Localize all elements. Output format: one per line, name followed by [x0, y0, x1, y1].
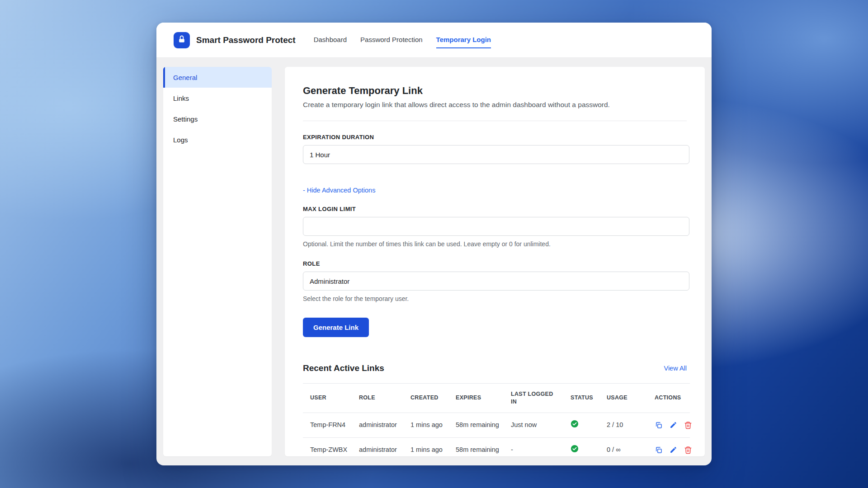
page-title: Generate Temporary Link [303, 85, 687, 97]
col-usage: Usage [601, 384, 649, 413]
cell-created: 1 mins ago [405, 413, 450, 437]
cell-status [565, 413, 601, 437]
max-login-limit-field: Max Login Limit Optional. Limit the numb… [303, 206, 687, 248]
cell-expires: 58m remaining [450, 413, 505, 437]
expiration-duration-field: Expiration Duration 1 Hour [303, 134, 687, 164]
table-header-row: User Role Created Expires Last Logged In… [303, 384, 690, 413]
col-status: Status [565, 384, 601, 413]
cell-user: Temp-ZWBX [303, 437, 354, 456]
tab-dashboard[interactable]: Dashboard [314, 32, 347, 48]
col-role: Role [354, 384, 405, 413]
sidebar-item-label: Links [173, 94, 189, 102]
copy-icon[interactable] [655, 421, 663, 429]
sidebar-item-general[interactable]: General [163, 67, 272, 88]
recent-links-table: User Role Created Expires Last Logged In… [303, 383, 690, 456]
cell-user: Temp-FRN4 [303, 413, 354, 437]
cell-expires: 58m remaining [450, 437, 505, 456]
main-panel: Generate Temporary Link Create a tempora… [285, 67, 705, 456]
cell-usage: 0 / ∞ [601, 437, 649, 456]
cell-last-logged-in: - [505, 437, 565, 456]
divider [303, 121, 687, 121]
copy-icon[interactable] [655, 446, 663, 454]
delete-icon[interactable] [684, 446, 692, 454]
col-user: User [303, 384, 354, 413]
sidebar: General Links Settings Logs [163, 67, 272, 456]
role-help: Select the role for the temporary user. [303, 295, 687, 302]
page-subtitle: Create a temporary login link that allow… [303, 101, 687, 109]
col-last-logged-in: Last Logged In [505, 384, 565, 413]
max-login-limit-help: Optional. Limit the number of times this… [303, 240, 687, 248]
edit-icon[interactable] [670, 446, 677, 454]
expiration-duration-value: 1 Hour [310, 151, 330, 159]
col-created: Created [405, 384, 450, 413]
table-row: Temp-FRN4 administrator 1 mins ago 58m r… [303, 413, 690, 437]
generate-link-button[interactable]: Generate Link [303, 318, 369, 337]
sidebar-item-label: General [173, 74, 197, 81]
tab-temporary-login[interactable]: Temporary Login [436, 32, 491, 48]
role-select[interactable]: Administrator [303, 272, 689, 291]
tab-password-protection[interactable]: Password Protection [360, 32, 423, 48]
role-label: Role [303, 260, 687, 267]
sidebar-item-label: Logs [173, 136, 188, 144]
sidebar-item-label: Settings [173, 115, 198, 123]
role-value: Administrator [310, 277, 349, 285]
cell-actions [649, 413, 690, 437]
top-bar: Smart Password Protect Dashboard Passwor… [156, 23, 712, 58]
expiration-duration-select[interactable]: 1 Hour [303, 145, 689, 164]
sidebar-item-links[interactable]: Links [163, 88, 272, 108]
max-login-limit-input[interactable] [303, 217, 689, 236]
cell-role: administrator [354, 413, 405, 437]
cell-created: 1 mins ago [405, 437, 450, 456]
recent-links-title: Recent Active Links [303, 363, 384, 373]
max-login-limit-label: Max Login Limit [303, 206, 687, 212]
col-actions: Actions [649, 384, 690, 413]
sidebar-item-logs[interactable]: Logs [163, 129, 272, 150]
cell-actions [649, 437, 690, 456]
recent-links-header: Recent Active Links View All [303, 363, 687, 373]
app-title: Smart Password Protect [196, 35, 296, 45]
role-field: Role Administrator Select the role for t… [303, 260, 687, 302]
check-circle-icon [571, 420, 579, 428]
hide-advanced-options-link[interactable]: - Hide Advanced Options [303, 187, 375, 194]
top-nav: Dashboard Password Protection Temporary … [314, 32, 491, 48]
delete-icon[interactable] [684, 421, 692, 429]
view-all-link[interactable]: View All [664, 365, 687, 372]
edit-icon[interactable] [670, 421, 677, 429]
app-window: Smart Password Protect Dashboard Passwor… [156, 23, 712, 465]
app-logo [174, 32, 190, 48]
cell-status [565, 437, 601, 456]
page-body: General Links Settings Logs Generate Tem… [156, 58, 712, 465]
sidebar-item-settings[interactable]: Settings [163, 108, 272, 129]
cell-role: administrator [354, 437, 405, 456]
col-expires: Expires [450, 384, 505, 413]
cell-last-logged-in: Just now [505, 413, 565, 437]
lock-icon [177, 35, 186, 46]
check-circle-icon [571, 445, 579, 453]
table-row: Temp-ZWBX administrator 1 mins ago 58m r… [303, 437, 690, 456]
cell-usage: 2 / 10 [601, 413, 649, 437]
expiration-duration-label: Expiration Duration [303, 134, 687, 141]
